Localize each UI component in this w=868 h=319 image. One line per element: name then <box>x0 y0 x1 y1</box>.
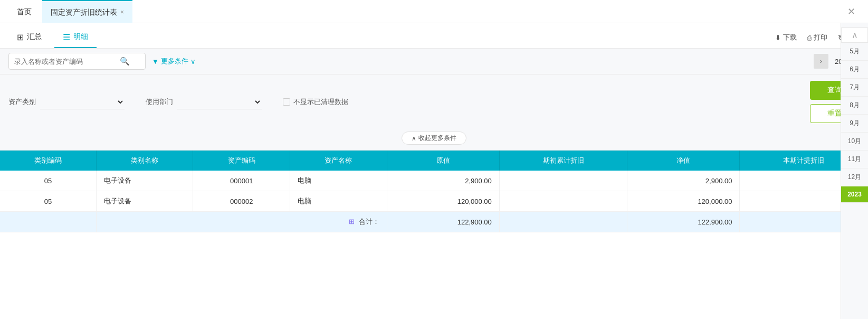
th-category-name: 类别名称 <box>96 151 193 171</box>
month-7[interactable]: 7月 <box>841 79 868 97</box>
summary-spacer-1 <box>0 212 96 232</box>
window-close-icon[interactable]: ✕ <box>843 6 860 17</box>
download-label: 下载 <box>783 33 797 42</box>
cell-asset-name: 电脑 <box>290 171 387 191</box>
month-8[interactable]: 8月 <box>841 97 868 115</box>
scroll-up-icon[interactable]: ∧ <box>841 27 868 43</box>
collapse-up-icon: ∧ <box>412 135 416 142</box>
summary-label: 合计： <box>359 218 379 226</box>
tab-detail[interactable]: ☰ 明细 <box>54 27 97 48</box>
sub-tabs-bar: ⊞ 汇总 ☰ 明细 ⬇ 下载 ⎙ 打印 ↻ 刷新 <box>0 23 868 49</box>
month-6[interactable]: 6月 <box>841 61 868 79</box>
cell-net-value: 120,000.00 <box>627 191 740 212</box>
summary-icon: ⊞ <box>17 32 24 42</box>
table-row: 05 电子设备 000001 电脑 2,900.00 2,900.00 <box>0 171 868 191</box>
chevron-down-icon: ∨ <box>190 58 196 65</box>
data-table: 类别编码 类别名称 资产编码 资产名称 原值 期初累计折旧 净值 本期计提折旧 … <box>0 151 868 232</box>
summary-net-value: 122,900.00 <box>627 212 740 232</box>
cell-category-name: 电子设备 <box>96 171 193 191</box>
cell-category-name: 电子设备 <box>96 191 193 212</box>
more-conditions-button[interactable]: ▼ 更多条件 ∨ <box>152 57 196 66</box>
month-10[interactable]: 10月 <box>841 133 868 151</box>
filter-hide-cleared[interactable]: 不显示已清理数据 <box>283 97 348 107</box>
hide-cleared-label: 不显示已清理数据 <box>293 97 348 107</box>
tab-summary-label: 汇总 <box>27 32 42 42</box>
nav-home[interactable]: 首页 <box>8 0 40 23</box>
current-year[interactable]: 2023 <box>841 186 868 203</box>
search-input-wrap[interactable]: 🔍 <box>8 53 146 70</box>
cell-asset-code: 000001 <box>193 171 290 191</box>
hide-cleared-checkbox[interactable] <box>283 98 290 106</box>
active-tab-label: 固定资产折旧统计表 <box>51 1 117 24</box>
cell-net-value: 2,900.00 <box>627 171 740 191</box>
th-original-value: 原值 <box>387 151 499 171</box>
table-header-row: 类别编码 类别名称 资产编码 资产名称 原值 期初累计折旧 净值 本期计提折旧 <box>0 151 868 171</box>
cell-original-value: 2,900.00 <box>387 171 499 191</box>
cell-asset-name: 电脑 <box>290 191 387 212</box>
cell-accumulated-dep <box>499 171 627 191</box>
expand-panel-icon[interactable]: › <box>814 54 828 69</box>
filter-row-1: 资产类别 使用部门 不显示已清理数据 查询 重置 <box>8 81 860 123</box>
month-12[interactable]: 12月 <box>841 168 868 186</box>
search-input[interactable] <box>14 58 120 65</box>
cell-category-code: 05 <box>0 171 96 191</box>
use-dept-label: 使用部门 <box>146 97 173 107</box>
summary-original-value: 122,900.00 <box>387 212 499 232</box>
print-icon: ⎙ <box>807 34 812 42</box>
download-icon: ⬇ <box>775 34 781 42</box>
close-tab-icon[interactable]: × <box>120 1 124 24</box>
download-button[interactable]: ⬇ 下载 <box>775 33 797 42</box>
cell-accumulated-dep <box>499 191 627 212</box>
th-asset-name: 资产名称 <box>290 151 387 171</box>
summary-icon: ⊞ <box>349 218 355 226</box>
summary-accumulated-dep <box>499 212 627 232</box>
collapse-bar: ∧ 收起更多条件 <box>8 128 860 146</box>
summary-label-cell: ⊞ 合计： <box>96 212 387 232</box>
active-tab[interactable]: 固定资产折旧统计表 × <box>42 0 132 23</box>
filter-use-dept: 使用部门 <box>146 95 262 109</box>
month-9[interactable]: 9月 <box>841 115 868 133</box>
data-table-wrap: 类别编码 类别名称 资产编码 资产名称 原值 期初累计折旧 净值 本期计提折旧 … <box>0 151 868 319</box>
right-sidebar: ∧ 5月 6月 7月 8月 9月 10月 11月 12月 2023 <box>841 23 868 319</box>
main-content: ⊞ 汇总 ☰ 明细 ⬇ 下载 ⎙ 打印 ↻ 刷新 🔍 <box>0 23 868 319</box>
collapse-button[interactable]: ∧ 收起更多条件 <box>402 132 466 145</box>
month-5[interactable]: 5月 <box>841 43 868 61</box>
filter-asset-category: 资产类别 <box>8 95 125 109</box>
print-label: 打印 <box>814 33 827 42</box>
tab-summary[interactable]: ⊞ 汇总 <box>8 27 50 48</box>
table-row: 05 电子设备 000002 电脑 120,000.00 120,000.00 <box>0 191 868 212</box>
filter-icon: ▼ <box>152 58 159 65</box>
th-net-value: 净值 <box>627 151 740 171</box>
cell-original-value: 120,000.00 <box>387 191 499 212</box>
month-11[interactable]: 11月 <box>841 151 868 168</box>
summary-row: ⊞ 合计： 122,900.00 122,900.00 <box>0 212 868 232</box>
cell-category-code: 05 <box>0 191 96 212</box>
filter-panel: 资产类别 使用部门 不显示已清理数据 查询 重置 ∧ <box>0 74 868 151</box>
th-category-code: 类别编码 <box>0 151 96 171</box>
print-button[interactable]: ⎙ 打印 <box>807 33 827 42</box>
detail-icon: ☰ <box>63 32 70 42</box>
asset-category-label: 资产类别 <box>8 97 36 107</box>
top-nav: 首页 固定资产折旧统计表 × ✕ <box>0 0 868 23</box>
cell-asset-code: 000002 <box>193 191 290 212</box>
search-icon[interactable]: 🔍 <box>120 57 130 66</box>
collapse-label: 收起更多条件 <box>418 134 456 143</box>
use-dept-select[interactable] <box>177 95 262 109</box>
tab-detail-label: 明细 <box>73 32 88 42</box>
more-conditions-label: 更多条件 <box>161 57 188 66</box>
th-accumulated-depreciation: 期初累计折旧 <box>499 151 627 171</box>
search-bar: 🔍 ▼ 更多条件 ∨ › 2023.01 <box>0 49 868 74</box>
asset-category-select[interactable] <box>40 95 125 109</box>
th-asset-code: 资产编码 <box>193 151 290 171</box>
